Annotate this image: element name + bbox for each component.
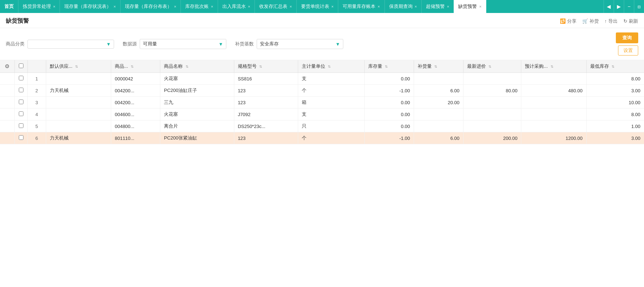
datasource-label: 数据源: [123, 41, 137, 47]
datasource-select[interactable]: 可用量 ▼: [140, 39, 226, 49]
tab-close-10[interactable]: ×: [447, 4, 449, 9]
row-num-4: 5: [27, 120, 46, 132]
row-spec-3: J7092: [234, 109, 298, 120]
row-min-stock-0: 8.00: [586, 73, 644, 85]
tab-label-8: 可用量库存账本: [343, 3, 375, 10]
page-header: 缺货预警 🔁 分享 🛒 补货 ↑ 导出 ↻ 刷新: [0, 13, 644, 28]
tab-item-9[interactable]: 保质期查询×: [385, 0, 422, 13]
th-replenish-qty-label: 补货量: [418, 63, 432, 69]
row-unit-0: 支: [298, 73, 364, 85]
refresh-icon: ↻: [623, 18, 627, 24]
row-est-purchase-5: 1200.00: [521, 132, 586, 144]
gear-icon[interactable]: ⚙: [5, 63, 9, 69]
th-checkbox[interactable]: [14, 60, 27, 73]
category-select[interactable]: ▼: [27, 40, 114, 49]
tab-expand-btn[interactable]: ⧈: [634, 0, 644, 13]
row-checkbox-cell-1[interactable]: [14, 85, 27, 97]
tab-item-3[interactable]: 现存量（库存分布表）×: [121, 0, 181, 13]
tab-item-1[interactable]: 拣货异常处理×: [18, 0, 60, 13]
th-min-stock[interactable]: 最低库存 ⇅: [586, 60, 644, 73]
th-default-supplier[interactable]: 默认供应... ⇅: [46, 60, 111, 73]
row-checkbox-cell-3[interactable]: [14, 109, 27, 120]
export-btn[interactable]: ↑ 导出: [605, 18, 618, 25]
row-checkbox-5[interactable]: [19, 135, 23, 140]
row-settings-5: [0, 132, 14, 144]
table-header-row: ⚙ 默认供应... ⇅ 商品... ⇅ 商品名称: [0, 60, 644, 73]
th-spec[interactable]: 规格型号 ⇅: [234, 60, 298, 73]
tab-item-10[interactable]: 超储预警×: [422, 0, 454, 13]
row-settings-3: [0, 109, 14, 120]
replenish-btn[interactable]: 🛒 补货: [582, 18, 599, 25]
tab-close-9[interactable]: ×: [415, 4, 417, 9]
row-latest-price-0: [463, 73, 521, 85]
row-unit-2: 箱: [298, 97, 364, 109]
th-settings[interactable]: ⚙: [0, 60, 14, 73]
tab-label-1: 拣货异常处理: [23, 3, 51, 10]
th-product-code[interactable]: 商品... ⇅: [111, 60, 160, 73]
th-unit[interactable]: 主计量单位 ⇅: [298, 60, 364, 73]
tab-close-7[interactable]: ×: [331, 4, 334, 9]
tab-close-1[interactable]: ×: [53, 4, 55, 9]
row-checkbox-cell-2[interactable]: [14, 97, 27, 109]
tab-item-4[interactable]: 库存批次账×: [181, 0, 218, 13]
row-name-3: 火花塞: [160, 109, 234, 120]
tab-prev-btn[interactable]: ◀: [604, 0, 614, 13]
replenish-select[interactable]: 安全库存 ▼: [257, 39, 343, 49]
right-buttons: 查询 设置: [616, 32, 638, 56]
tab-close-2[interactable]: ×: [113, 4, 116, 9]
row-checkbox-cell-0[interactable]: [14, 73, 27, 85]
row-settings-2: [0, 97, 14, 109]
row-stock-4: 0.00: [364, 120, 414, 132]
datasource-filter-group: 数据源 可用量 ▼: [123, 39, 226, 49]
row-checkbox-4[interactable]: [19, 123, 23, 128]
row-checkbox-cell-4[interactable]: [14, 120, 27, 132]
tab-next-btn[interactable]: ▶: [614, 0, 624, 13]
tab-close-11[interactable]: ×: [479, 4, 481, 9]
tab-item-11[interactable]: 缺货预警×: [454, 0, 486, 13]
row-checkbox-1[interactable]: [19, 88, 23, 92]
share-icon: 🔁: [560, 18, 566, 24]
row-unit-4: 只: [298, 120, 364, 132]
select-all-checkbox[interactable]: [19, 63, 23, 68]
row-stock-2: 0.00: [364, 97, 414, 109]
row-supplier-4: [46, 120, 111, 132]
tab-item-7[interactable]: 要货单统计表×: [297, 0, 338, 13]
replenish-filter-group: 补货基数 安全库存 ▼: [235, 39, 343, 49]
row-checkbox-cell-5[interactable]: [14, 132, 27, 144]
row-unit-3: 支: [298, 109, 364, 120]
category-filter-group: 商品分类 ▼: [6, 40, 114, 49]
export-icon: ↑: [605, 18, 607, 24]
refresh-btn[interactable]: ↻ 刷新: [623, 18, 638, 25]
row-min-stock-5: 3.00: [586, 132, 644, 144]
row-checkbox-2[interactable]: [19, 100, 23, 104]
row-num-1: 2: [27, 85, 46, 97]
th-replenish-qty[interactable]: 补货量 ⇅: [414, 60, 463, 73]
row-spec-2: 123: [234, 97, 298, 109]
row-code-4: 004800...: [111, 120, 160, 132]
data-table: ⚙ 默认供应... ⇅ 商品... ⇅ 商品名称: [0, 60, 644, 144]
tab-close-8[interactable]: ×: [378, 4, 380, 9]
query-button[interactable]: 查询: [616, 32, 638, 43]
tab-item-6[interactable]: 收发存汇总表×: [255, 0, 296, 13]
tab-close-4[interactable]: ×: [211, 4, 213, 9]
th-product-name[interactable]: 商品名称 ⇅: [160, 60, 234, 73]
settings-button[interactable]: 设置: [618, 45, 638, 56]
tab-close-3[interactable]: ×: [174, 4, 176, 9]
tab-close-btn[interactable]: −: [624, 0, 634, 13]
row-checkbox-3[interactable]: [19, 111, 23, 116]
tab-item-8[interactable]: 可用量库存账本×: [338, 0, 384, 13]
row-unit-5: 个: [298, 132, 364, 144]
th-est-purchase[interactable]: 预计采购... ⇅: [521, 60, 586, 73]
th-latest-price[interactable]: 最新进价 ⇅: [463, 60, 521, 73]
row-unit-1: 个: [298, 85, 364, 97]
share-btn[interactable]: 🔁 分享: [560, 18, 576, 25]
tab-close-5[interactable]: ×: [248, 4, 250, 9]
header-actions: 🔁 分享 🛒 补货 ↑ 导出 ↻ 刷新: [560, 18, 639, 25]
row-checkbox-0[interactable]: [19, 76, 23, 80]
tab-item-0[interactable]: 首页: [0, 0, 18, 13]
row-name-1: PC200油缸庄子: [160, 85, 234, 97]
tab-close-6[interactable]: ×: [290, 4, 292, 9]
tab-item-2[interactable]: 现存量（库存状况表）×: [60, 0, 120, 13]
th-stock[interactable]: 库存量 ⇅: [364, 60, 414, 73]
tab-item-5[interactable]: 出入库流水×: [218, 0, 255, 13]
